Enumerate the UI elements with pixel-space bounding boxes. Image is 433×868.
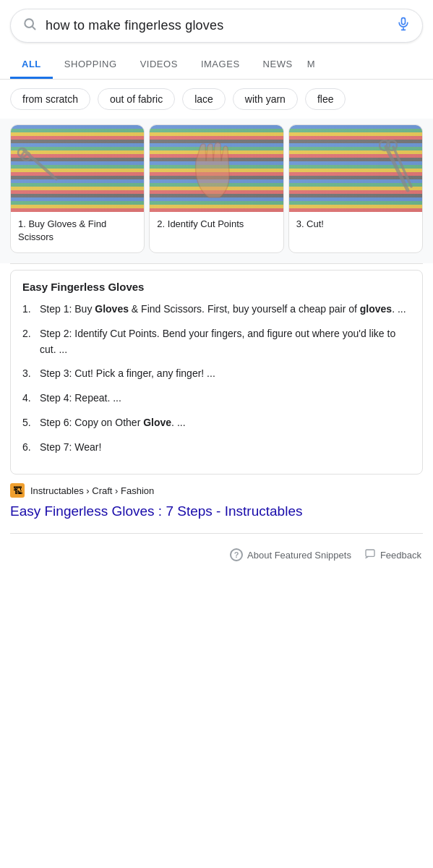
tab-bar: ALL SHOPPING VIDEOS IMAGES NEWS M <box>0 51 433 80</box>
card-caption-2: 2. Identify Cut Points <box>150 212 283 239</box>
tutorial-cards-strip: 1. Buy Gloves & Find Scissors 2. Identif… <box>0 119 433 263</box>
tab-more[interactable]: M <box>304 51 318 79</box>
step-3-text: Step 3: Cut! Pick a finger, any finger! … <box>40 366 411 382</box>
search-query-text: how to make fingerless gloves <box>46 18 389 33</box>
card-image-3 <box>289 125 422 212</box>
tutorial-card-3[interactable]: 3. Cut! <box>288 124 423 253</box>
svg-line-1 <box>33 27 35 30</box>
chip-with-yarn[interactable]: with yarn <box>233 88 298 110</box>
tab-images[interactable]: IMAGES <box>189 51 252 79</box>
snippet-steps-list: 1. Step 1: Buy Gloves & Find Scissors. F… <box>22 302 411 455</box>
step-1-text: Step 1: Buy Gloves & Find Scissors. Firs… <box>40 302 411 318</box>
tab-news[interactable]: NEWS <box>252 51 304 79</box>
step-5-text: Step 6: Copy on Other Glove. ... <box>40 415 411 431</box>
card-caption-1: 1. Buy Gloves & Find Scissors <box>11 212 144 252</box>
about-snippets-button[interactable]: ? About Featured Snippets <box>230 548 351 561</box>
chip-from-scratch[interactable]: from scratch <box>10 88 90 110</box>
step-3-num: 3. <box>22 366 35 382</box>
snippet-title: Easy Fingerless Gloves <box>22 281 411 293</box>
question-mark-icon: ? <box>230 548 243 561</box>
svg-line-6 <box>27 154 56 179</box>
chip-fleece[interactable]: flee <box>305 88 346 110</box>
step-4-text: Step 4: Repeat. ... <box>40 391 411 407</box>
card-image-2 <box>150 125 283 212</box>
feedback-icon <box>364 548 376 562</box>
step-5-num: 5. <box>22 415 35 431</box>
step-2-num: 2. <box>22 326 35 357</box>
chip-lace[interactable]: lace <box>182 88 226 110</box>
svg-rect-2 <box>402 18 406 25</box>
snippet-step-6: 6. Step 7: Wear! <box>22 440 411 456</box>
source-favicon: 🏗 <box>10 483 25 498</box>
tutorial-card-2[interactable]: 2. Identify Cut Points <box>149 124 283 253</box>
svg-rect-13 <box>366 550 374 556</box>
source-breadcrumb: Instructables › Craft › Fashion <box>30 485 154 496</box>
svg-point-12 <box>387 140 397 150</box>
source-link[interactable]: Easy Fingerless Gloves : 7 Steps - Instr… <box>10 502 423 522</box>
search-icon <box>22 17 37 35</box>
card-caption-3: 3. Cut! <box>289 212 422 239</box>
mic-icon[interactable] <box>396 17 411 35</box>
chip-out-of-fabric[interactable]: out of fabric <box>98 88 175 110</box>
step-6-text: Step 7: Wear! <box>40 440 411 456</box>
filter-chips: from scratch out of fabric lace with yar… <box>0 80 433 119</box>
featured-snippet: Easy Fingerless Gloves 1. Step 1: Buy Gl… <box>10 270 423 475</box>
about-snippets-label: About Featured Snippets <box>247 550 351 561</box>
card-image-1 <box>11 125 144 212</box>
divider-2 <box>10 533 423 534</box>
divider-1 <box>10 263 423 264</box>
snippet-step-4: 4. Step 4: Repeat. ... <box>22 391 411 407</box>
step-6-num: 6. <box>22 440 35 456</box>
step-4-num: 4. <box>22 391 35 407</box>
snippet-step-5: 5. Step 6: Copy on Other Glove. ... <box>22 415 411 431</box>
snippet-step-3: 3. Step 3: Cut! Pick a finger, any finge… <box>22 366 411 382</box>
search-bar[interactable]: how to make fingerless gloves <box>10 9 423 43</box>
feedback-button[interactable]: Feedback <box>364 548 421 562</box>
tutorial-card-1[interactable]: 1. Buy Gloves & Find Scissors <box>10 124 145 253</box>
source-row: 🏗 Instructables › Craft › Fashion <box>10 483 423 498</box>
tab-shopping[interactable]: SHOPPING <box>53 51 129 79</box>
feedback-label: Feedback <box>380 550 421 561</box>
step-1-num: 1. <box>22 302 35 318</box>
step-2-text: Step 2: Identify Cut Points. Bend your f… <box>40 326 411 357</box>
snippet-step-2: 2. Step 2: Identify Cut Points. Bend you… <box>22 326 411 357</box>
tab-all[interactable]: ALL <box>10 51 53 79</box>
snippet-step-1: 1. Step 1: Buy Gloves & Find Scissors. F… <box>22 302 411 318</box>
tab-videos[interactable]: VIDEOS <box>129 51 189 79</box>
bottom-bar: ? About Featured Snippets Feedback <box>0 540 433 571</box>
